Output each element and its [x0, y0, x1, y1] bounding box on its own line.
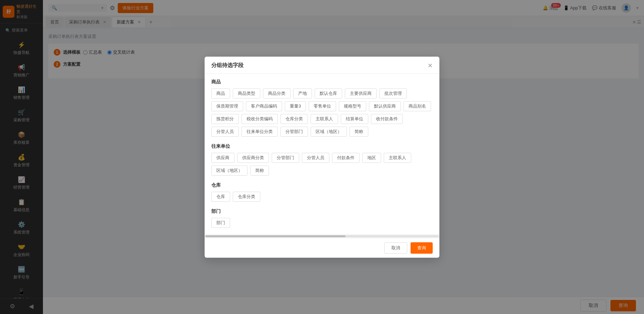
field-tag-goods-type[interactable]: 商品类型 [233, 88, 260, 99]
warehouse-field-tags: 仓库 仓库分类 [211, 192, 433, 202]
warehouse-section-title: 仓库 [211, 182, 433, 188]
field-tag-supplier[interactable]: 供应商 [211, 153, 234, 163]
field-tag-shelf-life[interactable]: 保质期管理 [211, 101, 243, 111]
field-tag-goods[interactable]: 商品 [211, 88, 230, 99]
scrollbar-track [205, 235, 439, 237]
field-tag-sup-region[interactable]: 区域（地区） [211, 166, 248, 176]
field-tag-payment-cond[interactable]: 付款条件 [332, 153, 360, 163]
goods-section: 商品 商品 商品类型 商品分类 产地 默认仓库 主要供应商 批次管理 保质期管理… [211, 79, 433, 137]
modal-overlay: 分组待选字段 ✕ 商品 商品 商品类型 商品分类 产地 默认仓库 主要供应商 批… [0, 0, 644, 314]
modal-title: 分组待选字段 [211, 62, 244, 69]
field-tag-origin[interactable]: 产地 [293, 88, 312, 99]
modal-dialog: 分组待选字段 ✕ 商品 商品 商品类型 商品分类 产地 默认仓库 主要供应商 批… [205, 57, 439, 258]
counterpart-section: 往来单位 供应商 供应商分类 分管部门 分管人员 付款条件 地区 主联系人 区域… [211, 143, 433, 176]
field-tag-region[interactable]: 区域（地区） [311, 127, 347, 137]
modal-cancel-button[interactable]: 取消 [384, 242, 407, 254]
modal-horizontal-scrollbar[interactable] [205, 234, 439, 238]
department-section-title: 部门 [211, 208, 433, 214]
field-tag-sup-dept[interactable]: 分管部门 [272, 153, 299, 163]
field-tag-goods-category[interactable]: 商品分类 [263, 88, 290, 99]
modal-body: 商品 商品 商品类型 商品分类 产地 默认仓库 主要供应商 批次管理 保质期管理… [205, 74, 439, 234]
field-tag-sup-main-contact[interactable]: 主联系人 [384, 153, 411, 163]
field-tag-main-supplier[interactable]: 主要供应商 [345, 88, 377, 99]
field-tag-warehouse-cat[interactable]: 仓库分类 [233, 192, 260, 202]
department-section: 部门 部门 [211, 208, 433, 228]
field-tag-warehouse-category[interactable]: 仓库分类 [280, 114, 308, 124]
scrollbar-thumb [205, 235, 345, 237]
goods-section-title: 商品 [211, 79, 433, 85]
field-tag-main-contact[interactable]: 主联系人 [311, 114, 338, 124]
field-tag-dept[interactable]: 分管部门 [280, 127, 308, 137]
field-tag-goods-alias[interactable]: 商品别名 [404, 101, 431, 111]
goods-field-tags: 商品 商品类型 商品分类 产地 默认仓库 主要供应商 批次管理 保质期管理 客户… [211, 88, 433, 137]
field-tag-warehouse[interactable]: 仓库 [211, 192, 230, 202]
modal-footer: 取消 查询 [205, 238, 439, 258]
department-field-tags: 部门 [211, 218, 433, 228]
field-tag-weight3[interactable]: 重量3 [285, 101, 306, 111]
field-tag-sup-abbrev[interactable]: 简称 [250, 166, 269, 176]
field-tag-default-supplier[interactable]: 默认供应商 [369, 101, 401, 111]
counterpart-field-tags: 供应商 供应商分类 分管部门 分管人员 付款条件 地区 主联系人 区域（地区） … [211, 153, 433, 176]
warehouse-section: 仓库 仓库 仓库分类 [211, 182, 433, 202]
field-tag-payment-terms[interactable]: 收付款条件 [371, 114, 403, 124]
modal-close-button[interactable]: ✕ [428, 62, 433, 69]
field-tag-counterpart-category[interactable]: 往来单位分类 [241, 127, 278, 137]
field-tag-supervisor[interactable]: 分管人员 [211, 127, 239, 137]
field-tag-pick-points[interactable]: 拣货积分 [211, 114, 239, 124]
field-tag-supplier-category[interactable]: 供应商分类 [237, 153, 269, 163]
modal-confirm-button[interactable]: 查询 [411, 242, 433, 254]
field-tag-settlement-unit[interactable]: 结算单位 [341, 114, 368, 124]
counterpart-section-title: 往来单位 [211, 143, 433, 149]
field-tag-area[interactable]: 地区 [362, 153, 381, 163]
field-tag-department[interactable]: 部门 [211, 218, 230, 228]
field-tag-sup-supervisor[interactable]: 分管人员 [302, 153, 329, 163]
field-tag-abbrev[interactable]: 简称 [350, 127, 368, 137]
field-tag-default-warehouse[interactable]: 默认仓库 [315, 88, 342, 99]
field-tag-tax-code[interactable]: 税收分类编码 [241, 114, 278, 124]
modal-header: 分组待选字段 ✕ [205, 57, 439, 74]
field-tag-customer-code[interactable]: 客户商品编码 [246, 101, 282, 111]
field-tag-spec-model[interactable]: 规格型号 [339, 101, 366, 111]
field-tag-batch-management[interactable]: 批次管理 [379, 88, 407, 99]
field-tag-retail-unit[interactable]: 零售单位 [309, 101, 336, 111]
